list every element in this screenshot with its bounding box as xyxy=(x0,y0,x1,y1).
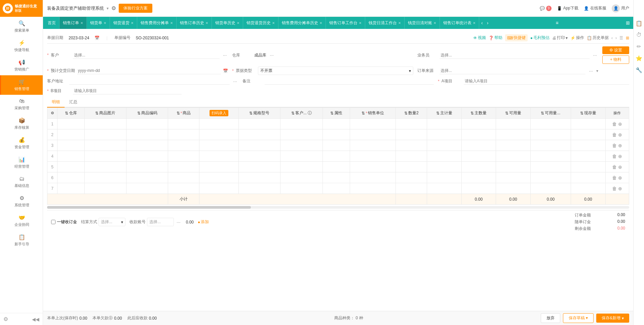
tab-more-button[interactable]: ≡ xyxy=(554,17,561,29)
sidebar-item-purchase[interactable]: 🛍 采购管理 xyxy=(0,95,43,114)
row-delete-button[interactable]: 🗑 xyxy=(612,164,617,170)
account-select[interactable]: 选择... xyxy=(147,218,174,226)
save-draft-dropdown-icon[interactable]: ▾ xyxy=(586,316,588,320)
profit-action[interactable]: ● 毛利预估 xyxy=(530,35,550,41)
tab-sales-order-history[interactable]: 销售订单历史 ✕ xyxy=(177,17,212,29)
order-source-input[interactable] xyxy=(440,67,586,74)
print-action[interactable]: 🖨 打印 ▾ xyxy=(552,35,568,41)
account-more-button[interactable]: ··· xyxy=(175,219,182,225)
sidebar-item-system[interactable]: ⚙ 系统管理 xyxy=(0,192,43,211)
order-source-more-button[interactable]: ··· xyxy=(588,68,594,74)
app-download-item[interactable]: 📱 App下载 xyxy=(557,5,578,11)
settlement-select[interactable]: 选择... ▾ xyxy=(99,218,125,226)
salesperson-more-button[interactable]: ··· xyxy=(592,52,598,58)
tab-close-expense-history[interactable]: ✕ xyxy=(319,21,322,25)
row-delete-button[interactable]: 🗑 xyxy=(612,186,617,191)
tab-expense-history[interactable]: 销售费用分摊单历史 ✕ xyxy=(278,17,326,29)
row-delete-button[interactable]: 🗑 xyxy=(612,154,617,159)
one-click-checkout-checkbox[interactable] xyxy=(51,220,55,224)
discard-button[interactable]: 放弃 xyxy=(541,313,560,323)
rp-doc-icon[interactable]: 📋 xyxy=(636,20,642,27)
tab-next-button[interactable]: › xyxy=(485,17,491,29)
operations-action[interactable]: ⚡ 操作 xyxy=(570,35,584,41)
tab-summary[interactable]: 汇总 xyxy=(65,97,82,108)
col-settings[interactable]: ⚙ xyxy=(47,108,58,119)
warehouse-more-button[interactable]: ··· xyxy=(268,52,275,58)
tab-close-sales-order[interactable]: ✕ xyxy=(80,21,83,25)
tab-close-order-workbench[interactable]: ✕ xyxy=(359,21,362,25)
tab-close-return-history[interactable]: ✕ xyxy=(272,21,275,25)
invoice-type-select[interactable]: 不开票 ▾ xyxy=(258,67,413,75)
tab-order-workbench[interactable]: 销售订单工作台 ✕ xyxy=(326,17,365,29)
rp-tool-icon[interactable]: 🔧 xyxy=(636,67,642,73)
tab-close-sales-order-history[interactable]: ✕ xyxy=(205,21,208,25)
tab-close-sales-stats[interactable]: ✕ xyxy=(473,21,476,25)
grid-view-icon[interactable]: ⊞ xyxy=(626,36,629,40)
save-new-dropdown-icon[interactable]: ▾ xyxy=(622,316,624,321)
industry-button[interactable]: 体验行业方案 xyxy=(119,4,152,13)
sidebar-item-nav[interactable]: ⚡ 快捷导航 xyxy=(0,36,43,56)
tab-sales-expense[interactable]: 销售费用分摊单 ✕ xyxy=(137,17,177,29)
tab-return-history[interactable]: 销货退货历史 ✕ xyxy=(243,17,278,29)
tab-close-sales-expense[interactable]: ✕ xyxy=(170,21,173,25)
save-draft-button[interactable]: 保存草稿 ▾ xyxy=(563,313,594,323)
sidebar-item-base[interactable]: 🗂 基础信息 xyxy=(0,172,43,192)
rp-star-icon[interactable]: ⭐ xyxy=(636,55,642,62)
rp-edit-icon[interactable]: ✏ xyxy=(637,43,641,50)
b-project-input[interactable] xyxy=(73,87,182,94)
sidebar-item-search[interactable]: 🔍 搜索菜单 xyxy=(0,17,43,36)
delivery-date-input[interactable] xyxy=(77,67,221,74)
tab-sales-order[interactable]: 销售订单 ✕ xyxy=(60,17,87,29)
customer-more-button[interactable]: ··· xyxy=(222,52,228,58)
sidebar-item-cooperation[interactable]: 🤝 企业协同 xyxy=(0,211,43,231)
tab-invoice-history[interactable]: 销货单历史 ✕ xyxy=(212,17,243,29)
add-material-button[interactable]: + 物料 xyxy=(602,55,629,64)
online-service-item[interactable]: 👤 在线客服 xyxy=(584,5,606,11)
row-copy-button[interactable]: ⊕ xyxy=(618,121,622,127)
sidebar-item-sales[interactable]: 🛒 销售管理 xyxy=(0,75,43,95)
tab-detail[interactable]: 明细 xyxy=(47,97,65,108)
row-delete-button[interactable]: 🗑 xyxy=(612,132,617,137)
tab-home[interactable]: 首页 xyxy=(44,17,60,29)
help-action[interactable]: ❓ 帮助 xyxy=(489,35,502,41)
row-copy-button[interactable]: ⊕ xyxy=(618,186,622,191)
sidebar-item-operations[interactable]: 📊 经营管理 xyxy=(0,153,43,172)
tab-sales-return[interactable]: 销货退货 ✕ xyxy=(110,17,137,29)
row-copy-button[interactable]: ⊕ xyxy=(618,132,622,137)
topbar-dropdown-icon[interactable]: ▾ xyxy=(107,6,109,11)
address-input[interactable] xyxy=(69,78,230,85)
scan-button[interactable]: 扫码录入 xyxy=(210,110,228,116)
tab-daily-reconcile[interactable]: 钱货日清对账 ✕ xyxy=(405,17,440,29)
rp-clock-icon[interactable]: ⏱ xyxy=(636,32,642,38)
preview-action[interactable]: 👁 视频 xyxy=(473,35,486,41)
add-payment-button[interactable]: ● 添加 xyxy=(198,219,209,225)
nav-next-icon[interactable]: › xyxy=(615,36,617,40)
topbar-gear-button[interactable]: ⚙ xyxy=(111,5,116,11)
scroll-indicator[interactable] xyxy=(47,206,629,209)
date-picker-icon[interactable]: 📅 xyxy=(223,69,228,73)
nav-prev-icon[interactable]: ‹ xyxy=(611,36,613,40)
save-new-button[interactable]: 保存&新增 ▾ xyxy=(596,314,629,323)
tab-close-invoice-history[interactable]: ✕ xyxy=(237,21,239,25)
setup-button[interactable]: ⚙ 设置 xyxy=(602,46,629,54)
tab-sales-invoice[interactable]: 销货单 ✕ xyxy=(87,17,110,29)
tab-prev-button[interactable]: ‹ xyxy=(479,17,485,29)
calendar-icon[interactable]: 📅 xyxy=(94,36,100,40)
shortcut-action[interactable]: ⌨ 快捷键 xyxy=(505,34,528,41)
tab-expand-button[interactable]: ⊞ xyxy=(624,17,632,29)
tab-close-daily-reconcile[interactable]: ✕ xyxy=(433,21,436,25)
salesperson-input[interactable] xyxy=(440,52,590,59)
a-project-input[interactable] xyxy=(464,78,629,85)
order-source-dropdown-icon[interactable]: ▾ xyxy=(596,69,598,73)
sidebar-item-inventory[interactable]: 📦 库存核算 xyxy=(0,114,43,133)
row-copy-button[interactable]: ⊕ xyxy=(618,154,622,159)
tab-sales-stats[interactable]: 销售订单统计表 ✕ xyxy=(440,17,479,29)
customer-input[interactable] xyxy=(73,52,220,59)
row-copy-button[interactable]: ⊕ xyxy=(618,143,622,148)
sidebar-item-marketing[interactable]: 📢 营销推广 xyxy=(0,56,43,75)
notifications-item[interactable]: 💬 9 xyxy=(540,6,552,11)
user-item[interactable]: 👤 用户 xyxy=(612,4,629,12)
list-view-icon[interactable]: ☰ xyxy=(619,36,623,40)
row-delete-button[interactable]: 🗑 xyxy=(612,175,617,180)
tab-close-sales-invoice[interactable]: ✕ xyxy=(104,21,106,25)
